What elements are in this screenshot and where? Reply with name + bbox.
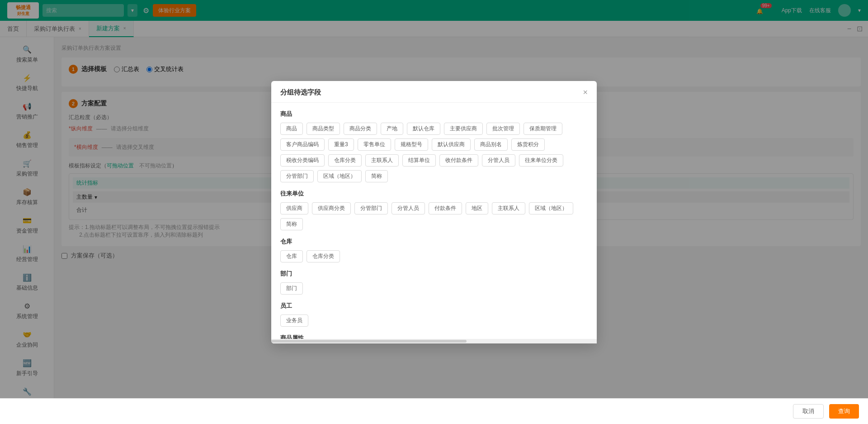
field-default-warehouse[interactable]: 默认仓库 [407, 123, 440, 135]
field-partner-category[interactable]: 往来单位分类 [519, 154, 563, 167]
field-short-name[interactable]: 简称 [365, 170, 388, 182]
section-partner-fields: 供应商 供应商分类 分管部门 分管人员 付款条件 地区 主联系人 区域（地区） … [280, 202, 588, 230]
field-goods-type[interactable]: 商品类型 [307, 123, 340, 135]
field-settle-unit[interactable]: 结算单位 [402, 154, 436, 167]
section-partner-title: 往来单位 [280, 190, 588, 198]
field-weight3[interactable]: 重量3 [328, 138, 354, 151]
field-supervisor[interactable]: 分管人员 [482, 154, 515, 167]
field-dept[interactable]: 分管部门 [280, 170, 314, 182]
modal-overlay: 分组待选字段 × 商品 商品 商品类型 商品分类 产地 默认仓库 主要供应商 批… [0, 0, 868, 424]
field-warehouse[interactable]: 仓库 [280, 250, 303, 262]
field-area[interactable]: 地区 [466, 202, 488, 214]
modal-header: 分组待选字段 × [271, 81, 597, 103]
modal-hscrollbar[interactable] [271, 339, 597, 343]
field-department[interactable]: 部门 [280, 282, 303, 295]
field-points[interactable]: 炼货积分 [511, 138, 545, 151]
field-goods-alias[interactable]: 商品别名 [474, 138, 508, 151]
section-goods-fields: 商品 商品类型 商品分类 产地 默认仓库 主要供应商 批次管理 保质期管理 客户… [280, 123, 588, 182]
field-retail-unit[interactable]: 零售单位 [358, 138, 391, 151]
field-supplier[interactable]: 供应商 [280, 202, 308, 214]
field-main-contact[interactable]: 主联系人 [365, 154, 399, 167]
section-warehouse-fields: 仓库 仓库分类 [280, 250, 588, 262]
section-warehouse-title: 仓库 [280, 238, 588, 246]
modal-body[interactable]: 商品 商品 商品类型 商品分类 产地 默认仓库 主要供应商 批次管理 保质期管理… [271, 103, 597, 339]
confirm-button[interactable]: 查询 [829, 404, 859, 419]
field-partner-region[interactable]: 区域（地区） [529, 202, 573, 214]
field-warehouse-category[interactable]: 仓库分类 [328, 154, 362, 167]
field-origin[interactable]: 产地 [381, 123, 403, 135]
field-supplier-category[interactable]: 供应商分类 [312, 202, 351, 214]
field-salesperson[interactable]: 业务员 [280, 314, 308, 327]
field-region[interactable]: 区域（地区） [317, 170, 362, 182]
section-employee-title: 员工 [280, 302, 588, 310]
field-partner-supervisor[interactable]: 分管人员 [392, 202, 425, 214]
field-partner-dept[interactable]: 分管部门 [354, 202, 388, 214]
section-attributes-title: 商品属性 [280, 334, 588, 339]
field-customer-code[interactable]: 客户商品编码 [280, 138, 325, 151]
field-payment-condition[interactable]: 付款条件 [429, 202, 462, 214]
modal-hscrollbar-thumb [271, 340, 467, 343]
section-employee-fields: 业务员 [280, 314, 588, 327]
field-goods-category[interactable]: 商品分类 [344, 123, 377, 135]
field-goods[interactable]: 商品 [280, 123, 303, 135]
section-dept-title: 部门 [280, 270, 588, 278]
field-partner-main-contact[interactable]: 主联系人 [492, 202, 525, 214]
cancel-button[interactable]: 取消 [793, 404, 824, 419]
modal-footer: 取消 查询 [0, 398, 868, 424]
field-partner-short-name[interactable]: 简称 [280, 218, 303, 230]
field-selection-modal: 分组待选字段 × 商品 商品 商品类型 商品分类 产地 默认仓库 主要供应商 批… [271, 81, 597, 343]
field-payment-terms[interactable]: 收付款条件 [439, 154, 478, 167]
modal-close-btn[interactable]: × [583, 88, 588, 96]
section-goods-title: 商品 [280, 110, 588, 118]
field-batch-mgmt[interactable]: 批次管理 [486, 123, 520, 135]
field-warehouse-cat[interactable]: 仓库分类 [307, 250, 340, 262]
field-main-supplier[interactable]: 主要供应商 [444, 123, 483, 135]
modal-title: 分组待选字段 [280, 88, 321, 97]
section-dept-fields: 部门 [280, 282, 588, 295]
field-spec-model[interactable]: 规格型号 [395, 138, 428, 151]
field-tax-code[interactable]: 税收分类编码 [280, 154, 325, 167]
field-default-supplier[interactable]: 默认供应商 [432, 138, 471, 151]
field-expiry-mgmt[interactable]: 保质期管理 [524, 123, 562, 135]
